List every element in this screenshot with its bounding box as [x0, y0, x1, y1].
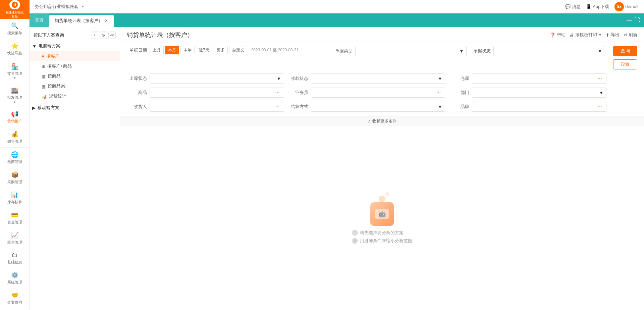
tree-group-pc[interactable]: ▼ 电脑端方案 [30, 41, 120, 51]
header-breadcrumb: 办公用品行业模拟账套 ▼ [35, 4, 85, 10]
tree-item-by-goods-99[interactable]: ▦ 按商品99 [30, 81, 120, 91]
sidebar-item-retail[interactable]: 🏪 零售管理 ▼ [0, 59, 29, 83]
purchase-icon: 📦 [11, 171, 18, 178]
by-customer-goods-icon: ⊞ [42, 64, 45, 69]
receiver-dots[interactable]: ··· [274, 104, 281, 110]
sidebar-item-sales-label: 销售管理 [7, 139, 22, 144]
left-panel-icons: + ⊙ ≪ [91, 32, 116, 39]
sidebar-item-quick-nav[interactable]: ⭐ 快捷导航 [0, 39, 29, 59]
query-btn[interactable]: 查询 [613, 46, 637, 56]
warehouse-label: 仓库 [449, 75, 469, 82]
tab-sales-stats[interactable]: 销货单统计表（按客户） ✕ [49, 15, 114, 27]
left-panel-header: 按以下方案查询 + ⊙ ≪ [30, 30, 120, 41]
basic-icon: 🗂 [12, 252, 18, 259]
settlement-select[interactable]: ▼ [311, 102, 445, 112]
tab-home-label: 首页 [35, 17, 44, 23]
help-btn[interactable]: ❓ 帮助 [550, 32, 566, 38]
retail-arrow: ▼ [13, 76, 16, 80]
tree-item-by-customer-goods[interactable]: ⊞ 按客户+商品 [30, 61, 120, 71]
brand-dots[interactable]: ··· [596, 104, 603, 110]
sidebar-item-operations[interactable]: 📈 经营管理 [0, 228, 29, 248]
left-panel-title-text: 按以下方案查询 [34, 32, 64, 38]
goods-input[interactable]: ··· [150, 88, 284, 98]
type-label: 单据类型 [332, 48, 353, 54]
warehouse-dots[interactable]: ··· [596, 75, 603, 82]
top-header: 办公用品行业模拟账套 ▼ 💬 消息 📱 App下载 Ea demo2 [30, 0, 644, 13]
date-btn-this-month[interactable]: 本月 [165, 46, 179, 54]
print-btn[interactable]: 🖨 按模板打印 ▼ [570, 32, 602, 38]
sidebar-item-basic[interactable]: 🗂 基础信息 [0, 248, 29, 268]
status-select[interactable]: ▼ [493, 46, 605, 56]
collapse-panel-btn[interactable]: ≪ [108, 32, 116, 39]
date-btn-this-year[interactable]: 本年 [180, 46, 195, 54]
status-label: 单据状态 [471, 48, 491, 54]
export-btn[interactable]: ⬆ 导出 [606, 32, 620, 38]
by-goods-99-label: 按商品99 [48, 83, 65, 89]
date-btn-more[interactable]: 更多 [214, 46, 228, 54]
goods-dots[interactable]: ··· [274, 90, 281, 96]
receiver-input[interactable]: ··· [150, 102, 284, 112]
empty-box-icon: 🤖 [378, 210, 386, 218]
app-download-btn[interactable]: 📱 App下载 [586, 4, 609, 10]
finance-icon: 💳 [11, 211, 18, 219]
refund-icon: 📊 [42, 94, 47, 99]
sidebar-item-wholesale-label: 批发管理 [7, 95, 22, 100]
receipt-select[interactable]: ▼ [311, 73, 445, 84]
tab-home[interactable]: 首页 [30, 13, 49, 27]
brand-input[interactable]: ··· [472, 102, 606, 112]
message-btn[interactable]: 💬 消息 [565, 4, 581, 10]
empty-state: 🤖 1 请先选择要分析的方案 2 用过滤条件来缩小分析范 [352, 192, 412, 244]
sidebar-item-quick-nav-label: 快捷导航 [7, 51, 22, 56]
date-btn-last-month[interactable]: 上月 [150, 46, 164, 54]
collapse-bar[interactable]: ∧ 收起更多条件 [120, 116, 644, 126]
refresh-btn[interactable]: ↺ 刷新 [624, 32, 637, 38]
tree-item-by-goods[interactable]: ▦ 按商品 [30, 71, 120, 81]
sidebar-item-operations-label: 经营管理 [7, 240, 22, 245]
user-menu[interactable]: Ea demo2 [614, 2, 639, 11]
settings-plan-btn[interactable]: ⊙ [100, 32, 107, 39]
salesman-input[interactable]: ··· [311, 88, 445, 98]
sales-icon: 💰 [11, 131, 18, 138]
date-btn-7days[interactable]: 近7天 [196, 46, 212, 54]
dept-select[interactable]: ▼ [472, 88, 606, 98]
empty-tips: 1 请先选择要分析的方案 2 用过滤条件来缩小分析范围 [352, 230, 412, 244]
sidebar-item-search[interactable]: 🔍 搜索菜单 [0, 19, 29, 39]
sidebar-item-finance[interactable]: 💳 资金管理 [0, 208, 29, 228]
tree-item-refund[interactable]: 📊 退货统计 [30, 91, 120, 101]
search-icon: 🔍 [11, 22, 18, 30]
by-customer-label: 按客户 [46, 53, 59, 59]
tab-minimize-icon[interactable]: — [627, 17, 632, 23]
empty-tip-1: 1 请先选择要分析的方案 [352, 230, 412, 236]
tree-item-by-customer[interactable]: ● 按客户 [30, 51, 120, 61]
tab-maximize-icon[interactable]: ⛶ [635, 17, 640, 23]
sidebar-item-inventory[interactable]: 📊 库存核算 [0, 188, 29, 208]
quick-nav-icon: ⭐ [11, 42, 18, 50]
type-select[interactable]: ▼ [355, 46, 467, 56]
sidebar-item-ecom[interactable]: 🌐 电商管理 [0, 147, 29, 168]
sidebar-item-system[interactable]: ⚙️ 系统管理 [0, 268, 29, 288]
left-panel-title: 按以下方案查询 [34, 32, 64, 38]
sidebar-item-marketing[interactable]: 📢 营销推广 [0, 107, 29, 127]
by-goods-99-icon: ▦ [42, 84, 46, 89]
collapse-label: 收起更多条件 [372, 118, 396, 124]
sidebar-item-sales[interactable]: 💰 销售管理 [0, 127, 29, 147]
salesman-label: 业务员 [288, 90, 308, 96]
sidebar-item-collab[interactable]: 🤝 企业协同 [0, 288, 29, 308]
setting-btn[interactable]: 设置 [613, 59, 637, 69]
sidebar-item-purchase[interactable]: 📦 采购管理 [0, 168, 29, 188]
date-btn-custom[interactable]: 自定义 [229, 46, 247, 54]
dept-chevron: ▼ [599, 90, 603, 95]
date-range-text: 2023-03-01 至 2023-03-31 [251, 47, 299, 53]
sidebar-item-newuser[interactable]: 🆕 新手引导 [0, 308, 29, 310]
tree-group-mobile[interactable]: ▶ 移动端方案 [30, 103, 120, 113]
add-plan-btn[interactable]: + [91, 32, 98, 39]
warehouse-input[interactable]: ··· [472, 73, 606, 84]
tab-close-icon[interactable]: ✕ [105, 18, 108, 23]
sidebar-item-finance-label: 资金管理 [7, 220, 22, 225]
salesman-dots[interactable]: ··· [435, 90, 442, 96]
outbound-select[interactable]: ▼ [150, 73, 284, 84]
operations-icon: 📈 [11, 231, 18, 239]
sidebar-item-wholesale[interactable]: 🏬 批发管理 ▲ [0, 83, 29, 107]
sidebar-item-purchase-label: 采购管理 [7, 179, 22, 185]
tip-text-2: 用过滤条件来缩小分析范围 [360, 238, 412, 244]
